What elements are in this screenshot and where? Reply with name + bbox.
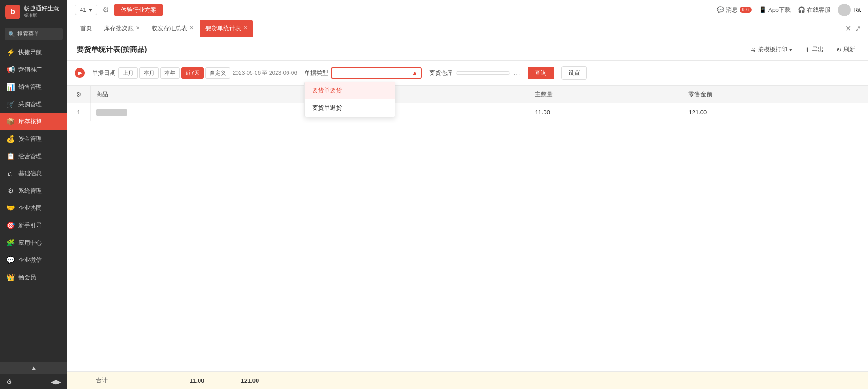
- version-selector[interactable]: 41 ▾: [75, 5, 97, 15]
- base-icon: 🗂: [6, 170, 15, 178]
- topbar: 41 ▾ ⚙ 体验行业方案 💬 消息 99+ 📱 App下载 🎧 在线客服 Ri…: [67, 0, 868, 20]
- more-filters-icon[interactable]: …: [513, 69, 520, 77]
- quick-nav-icon: ⚡: [6, 48, 15, 56]
- purchase-icon: 🛒: [6, 100, 15, 108]
- type-select-value: [335, 70, 412, 77]
- footer-label: 合计: [73, 376, 108, 384]
- type-filter-group: 单据类型 ▲: [304, 67, 422, 79]
- dropdown-item-0[interactable]: 要货单要货: [305, 82, 395, 99]
- expand-filter-button[interactable]: ▶: [75, 68, 85, 78]
- query-button[interactable]: 查询: [528, 67, 554, 79]
- cell-quantity: 11.00: [529, 103, 683, 121]
- message-icon: 💬: [717, 6, 724, 13]
- tab-expand-icon[interactable]: ⤢: [855, 24, 861, 33]
- wechat-icon: 💬: [6, 256, 15, 264]
- col-amount: 零售金额: [683, 86, 868, 103]
- sidebar-item-finance[interactable]: 💰 资金管理: [0, 130, 67, 148]
- trial-button[interactable]: 体验行业方案: [114, 4, 163, 16]
- tabs-bar: 首页 库存批次账 ✕ 收发存汇总表 ✕ 要货单统计表 ✕ ✕ ⤢: [67, 20, 868, 37]
- message-btn[interactable]: 💬 消息 99+: [717, 6, 752, 14]
- tab-order-stats[interactable]: 要货单统计表 ✕: [200, 20, 253, 37]
- sidebar-item-system[interactable]: ⚙ 系统管理: [0, 182, 67, 200]
- settings-icon[interactable]: ⚙: [6, 378, 12, 385]
- sidebar-item-guide[interactable]: 🎯 新手引导: [0, 217, 67, 234]
- dropdown-arrow-icon: ▾: [89, 6, 92, 13]
- sidebar-item-operations[interactable]: 📋 经营管理: [0, 148, 67, 165]
- export-button[interactable]: ⬇ 导出: [801, 44, 827, 56]
- col-quantity: 主数量: [529, 86, 683, 103]
- dropdown-item-1[interactable]: 要货单退货: [305, 99, 395, 117]
- sidebar-item-marketing[interactable]: 📢 营销推广: [0, 61, 67, 78]
- sidebar-item-app[interactable]: 🧩 应用中心: [0, 234, 67, 251]
- sidebar: b 畅捷通好生意 标准版 🔍 搜索菜单 ⚡ 快捷导航 📢 营销推广 📊 销售管理…: [0, 0, 67, 389]
- search-menu[interactable]: 🔍 搜索菜单: [5, 28, 63, 40]
- type-select[interactable]: ▲: [331, 67, 422, 79]
- table-row: 1 ████████ 块 11.00 121.00: [67, 103, 868, 121]
- sidebar-item-wechat[interactable]: 💬 企业微信: [0, 251, 67, 269]
- data-table: ⚙ 商品 主计量单位 主数量 零售金额 1 ████████ 块 11.: [67, 86, 868, 121]
- cell-amount: 121.00: [683, 103, 868, 121]
- cell-index: 1: [67, 103, 90, 121]
- member-icon: 👑: [6, 273, 15, 282]
- col-settings[interactable]: ⚙: [67, 86, 90, 103]
- sidebar-item-purchase[interactable]: 🛒 采购管理: [0, 96, 67, 113]
- avatar: [838, 4, 851, 16]
- date-this-month-btn[interactable]: 本月: [139, 67, 159, 79]
- date-last-7days-btn[interactable]: 近7天: [181, 67, 204, 79]
- sidebar-item-base[interactable]: 🗂 基础信息: [0, 165, 67, 182]
- tabs-controls: ✕ ⤢: [845, 24, 861, 33]
- footer-quantity: 11.00: [190, 377, 205, 384]
- table-header-row: ⚙ 商品 主计量单位 主数量 零售金额: [67, 86, 868, 103]
- user-area[interactable]: Rit: [838, 4, 861, 16]
- main-area: 41 ▾ ⚙ 体验行业方案 💬 消息 99+ 📱 App下载 🎧 在线客服 Ri…: [67, 0, 868, 389]
- tab-home[interactable]: 首页: [75, 20, 98, 37]
- cell-product: ████████: [90, 103, 313, 121]
- table-footer: 合计 11.00 121.00: [67, 371, 868, 389]
- sidebar-item-sales[interactable]: 📊 销售管理: [0, 78, 67, 96]
- logo-icon: b: [5, 5, 20, 19]
- tab-close-inventory-batch[interactable]: ✕: [136, 25, 140, 31]
- logo-text: 畅捷通好生意 标准版: [24, 5, 59, 19]
- service-icon: 🎧: [798, 6, 805, 13]
- online-service-btn[interactable]: 🎧 在线客服: [798, 6, 831, 14]
- sidebar-item-member[interactable]: 👑 畅会员: [0, 269, 67, 286]
- system-icon: ⚙: [6, 187, 15, 195]
- setting-button[interactable]: 设置: [561, 66, 587, 80]
- refresh-icon: ↻: [837, 46, 842, 53]
- date-range-text: 2023-05-06 至 2023-06-06: [233, 69, 297, 77]
- sidebar-item-inventory[interactable]: 📦 库存核算: [0, 113, 67, 130]
- message-badge: 99+: [740, 7, 752, 13]
- date-last-month-btn[interactable]: 上月: [118, 67, 138, 79]
- app-download-btn[interactable]: 📱 App下载: [759, 6, 791, 14]
- date-this-year-btn[interactable]: 本年: [160, 67, 180, 79]
- filter-bar: ▶ 单据日期 上月 本月 本年 近7天 自定义 2023-05-06 至 202…: [67, 61, 868, 86]
- tab-close-all-icon[interactable]: ✕: [845, 24, 851, 33]
- sales-icon: 📊: [6, 83, 15, 91]
- warehouse-input[interactable]: [456, 71, 510, 75]
- tab-inventory-batch[interactable]: 库存批次账 ✕: [98, 20, 145, 37]
- gear-icon[interactable]: ⚙: [103, 5, 109, 14]
- print-button[interactable]: 🖨 按模板打印 ▾: [746, 44, 796, 56]
- date-custom-btn[interactable]: 自定义: [205, 67, 230, 79]
- sidebar-scroll-up[interactable]: ▲: [0, 362, 67, 374]
- sidebar-item-quick-nav[interactable]: ⚡ 快捷导航: [0, 44, 67, 61]
- sidebar-footer: ⚙ ◀▶: [0, 374, 67, 389]
- tab-collection-summary[interactable]: 收发存汇总表 ✕: [146, 20, 199, 37]
- type-select-arrow-icon: ▲: [412, 70, 417, 76]
- sidebar-nav: ⚡ 快捷导航 📢 营销推广 📊 销售管理 🛒 采购管理 📦 库存核算 💰 资金管…: [0, 44, 67, 362]
- logo-area: b 畅捷通好生意 标准版: [0, 0, 67, 24]
- guide-icon: 🎯: [6, 221, 15, 230]
- operations-icon: 📋: [6, 152, 15, 160]
- tab-close-collection-summary[interactable]: ✕: [190, 25, 194, 31]
- page-title: 要货单统计表(按商品): [77, 45, 147, 55]
- footer-amount: 121.00: [241, 377, 259, 384]
- enterprise-icon: 🤝: [6, 204, 15, 212]
- type-dropdown: 要货单要货 要货单退货: [304, 82, 395, 117]
- sidebar-item-enterprise[interactable]: 🤝 企业协同: [0, 200, 67, 217]
- collapse-icon[interactable]: ◀▶: [51, 378, 61, 385]
- search-icon: 🔍: [8, 31, 15, 37]
- tab-close-order-stats[interactable]: ✕: [243, 25, 247, 31]
- refresh-button[interactable]: ↻ 刷新: [833, 44, 859, 56]
- inventory-icon: 📦: [6, 118, 15, 126]
- date-buttons: 上月 本月 本年 近7天 自定义: [118, 67, 230, 79]
